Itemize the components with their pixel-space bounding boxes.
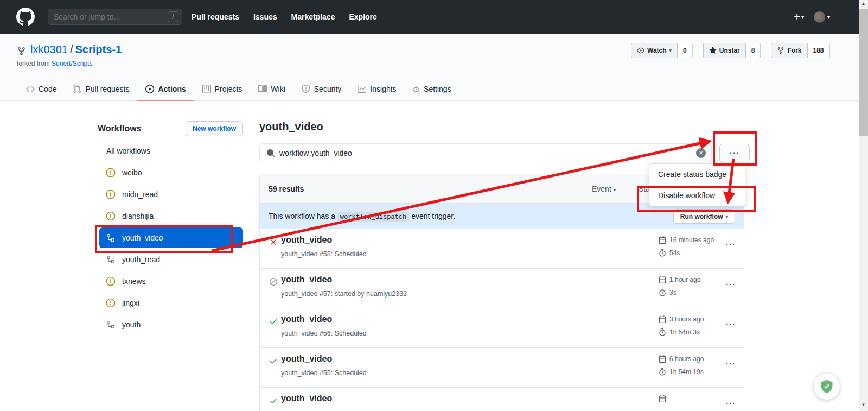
slash-shortcut-key: /: [168, 11, 178, 22]
tab-label: Pull requests: [85, 85, 129, 93]
run-title-link[interactable]: youth_video: [281, 235, 332, 245]
caret-down-icon: ▾: [801, 14, 804, 20]
sidebar-item-all-workflows[interactable]: All workflows: [98, 140, 243, 162]
tab-security[interactable]: Security: [293, 78, 350, 101]
stopwatch-icon: [659, 328, 666, 336]
scrollbar-thumb[interactable]: [859, 9, 868, 136]
run-row: youth_video youth_video #57: started by …: [260, 269, 744, 308]
tab-label: Wiki: [271, 85, 285, 93]
nav-link-pull-requests[interactable]: Pull requests: [192, 12, 239, 21]
tab-code[interactable]: Code: [18, 78, 65, 101]
banner-text: This workflow has a workflow_dispatch ev…: [269, 212, 455, 221]
fork-count[interactable]: 188: [808, 43, 830, 58]
repo-title: lxk0301/Scripts-1: [30, 43, 122, 56]
tab-insights[interactable]: Insights: [349, 78, 404, 101]
watch-count[interactable]: 0: [678, 43, 693, 58]
sidebar-item-dianshijia[interactable]: dianshijia: [98, 205, 243, 227]
run-time: 1 hour ago: [669, 276, 700, 283]
repo-social-buttons: Watch ▾ 0 Unstar 8 Fork 188: [631, 43, 830, 58]
star-group: Unstar 8: [703, 43, 761, 58]
user-menu-button[interactable]: ▾: [814, 11, 830, 23]
unstar-button[interactable]: Unstar: [703, 43, 746, 58]
star-count[interactable]: 8: [746, 43, 761, 58]
sidebar-item-youth-read[interactable]: youth_read: [98, 249, 243, 270]
menu-item-disable-workflow[interactable]: Disable workflow: [649, 185, 745, 206]
watch-button[interactable]: Watch ▾: [631, 43, 678, 58]
run-options-kebab-button[interactable]: ···: [722, 359, 739, 368]
tab-label: Insights: [370, 85, 396, 93]
tab-actions[interactable]: Actions: [137, 78, 194, 101]
nav-link-issues[interactable]: Issues: [253, 12, 277, 21]
new-workflow-button[interactable]: New workflow: [186, 121, 243, 136]
tab-label: Security: [314, 85, 342, 93]
scrollbar-down-arrow[interactable]: ▼: [859, 402, 868, 410]
gear-icon: ⚙: [413, 85, 420, 93]
adguard-shield-button[interactable]: [814, 374, 840, 400]
tab-projects[interactable]: Projects: [194, 78, 251, 101]
run-workflow-button[interactable]: Run workflow▾: [673, 209, 735, 224]
sidebar-item-youth[interactable]: youth: [98, 314, 243, 336]
global-search-box[interactable]: /: [48, 9, 182, 25]
global-search-input[interactable]: [54, 12, 168, 21]
scrollbar-up-arrow[interactable]: ▲: [859, 1, 868, 9]
workflow-options-kebab-button[interactable]: ···: [719, 144, 750, 162]
sidebar-item-youth-video[interactable]: youth_video: [99, 227, 243, 248]
nav-link-marketplace[interactable]: Marketplace: [291, 12, 335, 21]
run-subtitle[interactable]: youth_video #56: Scheduled: [281, 330, 367, 337]
repo-name-link[interactable]: Scripts-1: [75, 43, 122, 55]
repo-owner-link[interactable]: lxk0301: [30, 43, 68, 55]
tab-wiki[interactable]: Wiki: [250, 78, 293, 101]
workflow-label: midu_read: [122, 190, 158, 199]
fork-button[interactable]: Fork: [771, 43, 807, 58]
workflows-sidebar: Workflows New workflow All workflows wei…: [98, 121, 243, 137]
run-subtitle[interactable]: youth_video #58: Scheduled: [281, 250, 367, 258]
sidebar-item-midu-read[interactable]: midu_read: [98, 184, 243, 205]
run-workflow-label: Run workflow: [680, 213, 723, 220]
x-failed-icon: [269, 238, 278, 246]
page-scrollbar[interactable]: ▲ ▼: [859, 0, 868, 411]
fork-source-link[interactable]: Sunert/Scripts: [52, 60, 92, 67]
tab-label: Actions: [158, 85, 186, 93]
create-new-button[interactable]: +▾: [794, 11, 804, 23]
run-duration: 3s: [669, 289, 676, 296]
nav-link-explore[interactable]: Explore: [349, 12, 376, 21]
check-success-icon: [269, 317, 278, 326]
repo-tabs: Code Pull requests Actions Projects Wiki…: [18, 78, 459, 101]
clear-search-button[interactable]: ×: [696, 148, 706, 158]
repo-title-separator: /: [68, 43, 75, 55]
run-subtitle[interactable]: youth_video #55: Scheduled: [281, 369, 367, 377]
navbar-right-controls: +▾ ▾: [794, 0, 830, 34]
github-logo-icon[interactable]: [16, 8, 35, 26]
caret-down-icon: ▾: [669, 48, 672, 53]
menu-item-create-status-badge[interactable]: Create status badge: [649, 164, 745, 185]
pull-request-icon: [73, 85, 81, 93]
tab-pull-requests[interactable]: Pull requests: [65, 78, 137, 101]
forked-from-label: forked from: [17, 60, 50, 67]
sidebar-item-weibo[interactable]: weibo: [98, 162, 243, 184]
caret-down-icon: ▾: [725, 214, 728, 219]
play-circle-icon: [145, 85, 154, 93]
event-filter-dropdown[interactable]: Event ▾: [592, 185, 616, 193]
run-title-link[interactable]: youth_video: [281, 394, 332, 403]
navbar-links: Pull requests Issues Marketplace Explore: [192, 0, 377, 34]
run-options-kebab-button[interactable]: ···: [722, 240, 739, 249]
workflow-icon: [106, 320, 115, 329]
event-filter-label: Event: [592, 185, 611, 193]
check-success-icon: [269, 396, 278, 405]
run-time: 16 minutes ago: [669, 236, 714, 244]
sidebar-item-jingxi[interactable]: jingxi: [98, 292, 243, 314]
run-options-kebab-button[interactable]: ···: [722, 399, 739, 408]
sidebar-item-txnews[interactable]: txnews: [98, 270, 243, 292]
run-title-link[interactable]: youth_video: [281, 275, 332, 284]
calendar-icon: [659, 355, 666, 363]
workflow-label: All workflows: [106, 147, 150, 155]
runs-search-box[interactable]: ×: [259, 143, 712, 162]
run-options-kebab-button[interactable]: ···: [722, 319, 739, 328]
workflow-label: dianshijia: [122, 212, 154, 220]
run-title-link[interactable]: youth_video: [281, 314, 332, 324]
run-title-link[interactable]: youth_video: [281, 354, 332, 364]
run-subtitle[interactable]: youth_video #57: started by huamiyu2333: [281, 290, 407, 298]
runs-search-input[interactable]: [279, 149, 696, 157]
run-options-kebab-button[interactable]: ···: [722, 280, 739, 289]
tab-settings[interactable]: ⚙ Settings: [405, 78, 459, 101]
